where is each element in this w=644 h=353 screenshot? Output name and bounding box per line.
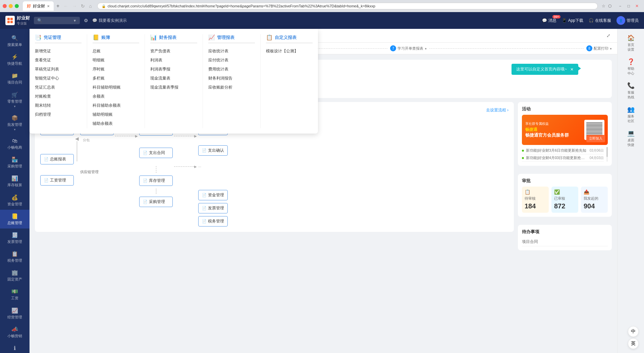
menu-item-aux-detail[interactable]: 辅助明细账 bbox=[93, 110, 139, 119]
flow-box-expense-contract[interactable]: 📄 支出合同 bbox=[139, 148, 173, 158]
flow-box-purchase[interactable]: 📄 采购管理 bbox=[139, 197, 173, 207]
approval-card-done[interactable]: ✅ 已审核 872 bbox=[551, 187, 578, 213]
menu-item-template-design[interactable]: 模板设计【公测】 bbox=[266, 47, 313, 56]
sidebar-item-wholesale[interactable]: 📦 批发管理 ▼ bbox=[0, 111, 30, 135]
bottom-btn-en[interactable]: 英 bbox=[628, 338, 639, 349]
sidebar-item-accounting[interactable]: 📒 总账管理 bbox=[0, 210, 30, 229]
win-restore-btn[interactable]: □ bbox=[625, 3, 633, 9]
sidebar-item-marketing[interactable]: 📣 小畅营销 bbox=[0, 323, 30, 342]
menu-item-archive[interactable]: 归档管理 bbox=[35, 110, 82, 119]
flow-box-ledger[interactable]: 📄 总账报表 bbox=[40, 154, 74, 164]
approval-card-sent[interactable]: 📤 我发起的 904 bbox=[581, 187, 608, 213]
flow-box-salary[interactable]: 📄 工资管理 bbox=[40, 175, 74, 186]
menu-item-reconciliation[interactable]: 对账检查 bbox=[35, 92, 82, 101]
news-item-1[interactable]: 新功能|好业财3月6日功能更新抢先知 03月06日 bbox=[522, 147, 604, 154]
bottom-btn-cn[interactable]: 中 bbox=[628, 326, 639, 337]
right-panel-home-settings[interactable]: 🏠 首页设置 bbox=[618, 32, 644, 55]
browser-tab[interactable]: 好 好业财 ✕ bbox=[23, 1, 54, 11]
menu-item-multi-column[interactable]: 多栏账 bbox=[93, 74, 139, 83]
news-item-2[interactable]: 新功能|好业财4月03日功能更新抢先知 04月03日 bbox=[522, 154, 604, 162]
sidebar-item-assets[interactable]: 🏢 固定资产 bbox=[0, 266, 30, 285]
menu-item-balance-sheet[interactable]: 资产负债表 bbox=[150, 47, 197, 56]
home-btn[interactable]: ⌂ bbox=[88, 3, 93, 9]
header-search[interactable]: 🔍 ▼ bbox=[34, 17, 80, 24]
menu-item-subject-detail[interactable]: 科目辅助明细账 bbox=[93, 83, 139, 92]
sidebar-item-shortcuts[interactable]: ⚡ 快捷导航 bbox=[0, 50, 30, 69]
menu-item-period-end[interactable]: 期末结转 bbox=[35, 101, 82, 110]
customize-tip-close[interactable]: ✕ bbox=[570, 67, 574, 72]
sidebar-item-basics[interactable]: ℹ 基础信息 bbox=[0, 342, 30, 353]
expand-icon[interactable]: ⤢ bbox=[604, 30, 613, 41]
dropdown-icon[interactable]: ▼ bbox=[73, 19, 76, 22]
sidebar-item-retail[interactable]: 🛒 零售管理 ▼ bbox=[0, 88, 30, 111]
menu-item-income[interactable]: 利润表 bbox=[150, 56, 197, 65]
demo-link[interactable]: 💬 我要看实例演示 bbox=[92, 18, 127, 23]
step-7[interactable]: 7 学习开单查报表 ● bbox=[390, 45, 427, 51]
menu-item-smart-voucher[interactable]: 智能凭证中心 bbox=[35, 74, 82, 83]
address-bar[interactable]: 🔒 cloud.chanjet.com/cc/u6d89qwnryel/57bf… bbox=[97, 3, 598, 9]
online-service-btn[interactable]: 🎧 在线客服 bbox=[589, 18, 611, 23]
sidebar-item-finance[interactable]: 💰 资金管理 bbox=[0, 191, 30, 210]
flow-box-expense-confirm[interactable]: 📄 支出确认 bbox=[198, 145, 228, 156]
browser-close-btn[interactable] bbox=[3, 4, 7, 8]
right-panel-help[interactable]: ❓ 帮助中心 bbox=[618, 55, 644, 79]
menu-item-balance[interactable]: 余额表 bbox=[93, 92, 139, 101]
menu-item-subject-balance[interactable]: 科目辅助余额表 bbox=[93, 101, 139, 110]
sidebar-item-salary[interactable]: 💵 工资 bbox=[0, 285, 30, 304]
menu-item-profit-report[interactable]: 财务利润报告 bbox=[208, 74, 255, 83]
menu-item-sequential[interactable]: 序时账 bbox=[93, 65, 139, 74]
sidebar-item-project[interactable]: 📁 项目合同 bbox=[0, 69, 30, 88]
right-panel-desktop[interactable]: 💻 桌面快捷 bbox=[618, 127, 644, 150]
flow-box-capital[interactable]: 📄 资金管理 bbox=[198, 190, 228, 200]
extension-icon[interactable]: ⬡ bbox=[608, 4, 611, 8]
sidebar-item-invoice[interactable]: 🧾 发票管理 bbox=[0, 229, 30, 247]
menu-item-view-voucher[interactable]: 查看凭证 bbox=[35, 56, 82, 65]
right-panel-community[interactable]: 👥 服务社区 bbox=[618, 103, 644, 126]
flow-box-invoice[interactable]: 📄 发票管理 bbox=[198, 203, 228, 213]
right-panel-customer[interactable]: 📞 客服热线 bbox=[618, 79, 644, 102]
win-close-btn[interactable]: ✕ bbox=[633, 3, 641, 9]
settings-icon[interactable]: ⚙ bbox=[84, 18, 88, 23]
menu-item-receivable-stats[interactable]: 应收统计表 bbox=[208, 47, 255, 56]
app-download-btn[interactable]: 📱 App下载 bbox=[562, 18, 583, 23]
flow-box-inventory[interactable]: 📄 库存管理 bbox=[139, 175, 173, 186]
menu-item-payable-stats[interactable]: 应付统计表 bbox=[208, 56, 255, 65]
menu-item-draft-voucher[interactable]: 草稿凭证列表 bbox=[35, 65, 82, 74]
forward-btn[interactable]: → bbox=[71, 3, 78, 9]
menu-item-detail[interactable]: 明细账 bbox=[93, 56, 139, 65]
menu-item-voucher-summary[interactable]: 凭证汇总表 bbox=[35, 83, 82, 92]
reload-btn[interactable]: ↻ bbox=[79, 3, 86, 9]
menu-item-cashflow-quarterly[interactable]: 现金流量表季报 bbox=[150, 83, 197, 92]
messages-btn[interactable]: 💬 消息 99+ bbox=[542, 18, 556, 23]
flow-setup-link[interactable]: 去设置流程 › bbox=[486, 107, 508, 113]
browser-min-btn[interactable] bbox=[9, 4, 13, 8]
menu-item-general[interactable]: 总账 bbox=[93, 47, 139, 56]
menu-item-cashflow[interactable]: 现金流量表 bbox=[150, 74, 197, 83]
tab-close-icon[interactable]: ✕ bbox=[47, 4, 50, 8]
back-btn[interactable]: ← bbox=[62, 3, 69, 9]
menu-item-aging-analysis[interactable]: 应收账龄分析 bbox=[208, 83, 255, 92]
activity-cta[interactable]: 立即加入 bbox=[586, 135, 605, 142]
menu-item-add-voucher[interactable]: 新增凭证 bbox=[35, 47, 82, 56]
menu-item-income-quarterly[interactable]: 利润表季报 bbox=[150, 65, 197, 74]
news-scrollbar[interactable] bbox=[606, 147, 608, 162]
menu-item-aux-balance[interactable]: 辅助余额表 bbox=[93, 119, 139, 128]
browser-max-btn[interactable] bbox=[15, 4, 19, 8]
new-tab-btn[interactable]: + bbox=[55, 3, 61, 9]
sidebar-item-search[interactable]: 🔍 搜索菜单 bbox=[0, 32, 30, 50]
search-input[interactable] bbox=[44, 18, 71, 23]
menu-item-expense-stats[interactable]: 费用统计表 bbox=[208, 65, 255, 74]
approval-card-pending[interactable]: 📋 待审核 184 bbox=[522, 187, 549, 213]
flow-box-tax[interactable]: 📄 税务管理 bbox=[198, 216, 228, 226]
todo-row-1[interactable]: 项目合同 bbox=[522, 238, 608, 246]
activity-banner[interactable]: 享社群专属权益 畅捷通 畅捷通官方会员服务群 bbox=[522, 115, 608, 145]
sidebar-item-inventory[interactable]: 📊 库存核算 bbox=[0, 172, 30, 191]
step-8[interactable]: 8 配置打印 ● bbox=[586, 45, 612, 51]
sidebar-item-operations[interactable]: 📈 经营管理 bbox=[0, 304, 30, 323]
sidebar-item-tax[interactable]: 📋 税务管理 bbox=[0, 247, 30, 266]
sidebar-item-purchase[interactable]: 🏪 采购管理 bbox=[0, 153, 30, 172]
bookmark-icon[interactable]: ☆ bbox=[602, 4, 605, 8]
user-avatar[interactable]: 👤 管理员 bbox=[616, 16, 639, 25]
sidebar-item-ecommerce[interactable]: 🛍 小畅电商 bbox=[0, 135, 30, 153]
win-minimize-btn[interactable]: － bbox=[615, 3, 625, 10]
